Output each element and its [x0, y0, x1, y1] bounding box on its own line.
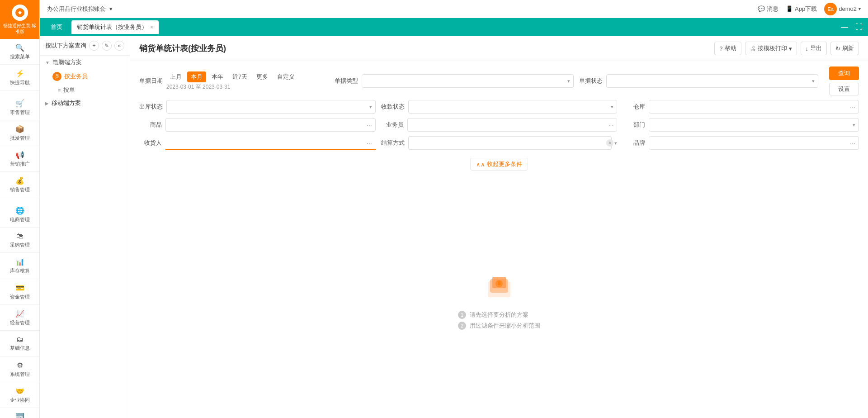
sidebar-item-inventory[interactable]: 📊 库存核算 — [0, 253, 39, 279]
salesperson-input[interactable] — [407, 118, 618, 132]
avatar-text: Ea — [828, 6, 834, 12]
tab-home[interactable]: 首页 — [43, 20, 70, 34]
tree-sub-item-order-label: 按单 — [63, 86, 75, 94]
sidebar-item-marketing[interactable]: 📢 营销推广 — [0, 146, 39, 172]
content-wrapper: 按以下方案查询 + ✎ « ▼ 电脑端方案 员 — [40, 36, 868, 418]
warehouse-label: 仓库 — [623, 103, 645, 111]
recipient-input[interactable] — [165, 136, 376, 150]
tab-expand-btn[interactable]: ⛶ — [854, 21, 864, 33]
order-status-arrow: ▾ — [812, 78, 815, 84]
export-label: 导出 — [810, 44, 822, 52]
outstock-arrow: ▾ — [369, 104, 372, 110]
salesperson-dots[interactable]: ··· — [609, 121, 614, 128]
tree-sub-item-order[interactable]: ≡ 按单 — [40, 84, 130, 96]
filter-recipient-field: 收货人 ··· — [139, 136, 376, 150]
tree-item-mobile[interactable]: ▶ 移动端方案 — [40, 96, 130, 110]
sidebar-item-finance[interactable]: 💳 资金管理 — [0, 279, 39, 305]
product-dots[interactable]: ··· — [367, 121, 372, 128]
sidebar-item-search-menu[interactable]: 🔍 搜索菜单 — [0, 39, 39, 65]
query-btn[interactable]: 查询 — [829, 66, 859, 80]
brand-dots[interactable]: ··· — [850, 139, 855, 147]
export-icon: ↓ — [806, 45, 809, 52]
marketing-icon: 📢 — [15, 151, 24, 159]
company-label: 企业协同 — [10, 397, 30, 403]
refresh-btn[interactable]: ↻ 刷新 — [830, 42, 859, 55]
sidebar-item-quick-nav[interactable]: ⚡ 快捷导航 — [0, 65, 39, 90]
period-more-btn[interactable]: 更多 — [253, 71, 272, 82]
period-custom-btn[interactable]: 自定义 — [274, 71, 298, 82]
add-scheme-btn[interactable]: + — [89, 41, 99, 51]
active-tab-label: 销货单统计表（按业务员） — [77, 23, 147, 31]
period-this-year-btn[interactable]: 本年 — [208, 71, 227, 82]
template-print-btn[interactable]: 🖨 按模板打印 ▾ — [745, 42, 797, 55]
hint-1-num: 1 — [458, 311, 466, 319]
empty-hint-1: 1 请先选择要分析的方案 — [458, 311, 540, 319]
edit-scheme-btn[interactable]: ✎ — [102, 41, 112, 51]
sidebar-item-company[interactable]: 🤝 企业协同 — [0, 382, 39, 408]
recipient-dots[interactable]: ··· — [367, 139, 372, 147]
edit-icon: ✎ — [104, 43, 109, 49]
ecommerce-label: 电商管理 — [10, 216, 30, 223]
app-download-btn[interactable]: 📱 App下载 — [786, 5, 817, 13]
payment-input[interactable] — [408, 100, 618, 114]
print-dropdown-arrow: ▾ — [789, 45, 792, 52]
quick-nav-label: 快捷导航 — [10, 79, 30, 86]
sidebar-item-retail[interactable]: 🛒 零售管理 — [0, 95, 39, 120]
operations-label: 经营管理 — [10, 319, 30, 326]
sidebar-item-guide[interactable]: 🆕 新手引导 — [0, 408, 39, 418]
product-input[interactable] — [165, 118, 376, 132]
tab-close-btn[interactable]: × — [150, 24, 153, 30]
left-panel-actions: + ✎ « — [89, 41, 124, 51]
salesperson-label: 业务员 — [381, 121, 404, 129]
collapse-icon: « — [118, 43, 121, 49]
order-status-input[interactable] — [606, 74, 818, 88]
period-this-month-btn[interactable]: 本月 — [187, 71, 206, 82]
collapse-panel-btn[interactable]: « — [114, 41, 124, 51]
salesperson-control: ··· — [407, 118, 618, 132]
logo-area: 畅捷通好生意 标准版 — [0, 0, 39, 39]
order-status-label: 单据状态 — [579, 77, 603, 85]
collapse-btn[interactable]: ∧∧ 收起更多条件 — [470, 158, 528, 171]
empty-illustration — [481, 268, 517, 305]
print-icon: 🖨 — [750, 45, 756, 52]
settlement-clear-btn[interactable]: × — [606, 139, 613, 147]
inventory-label: 库存核算 — [10, 267, 30, 274]
sidebar-item-operations[interactable]: 📈 经营管理 — [0, 305, 39, 331]
warehouse-input[interactable] — [649, 100, 859, 114]
sidebar-item-sales[interactable]: 💰 销售管理 — [0, 172, 39, 198]
department-input[interactable] — [649, 118, 859, 132]
period-recent7-btn[interactable]: 近7天 — [229, 71, 251, 82]
nav-dropdown-arrow[interactable]: ▾ — [109, 5, 113, 12]
sidebar-item-ecommerce[interactable]: 🌐 电商管理 — [0, 202, 39, 228]
user-area[interactable]: Ea demo2 ▾ — [824, 3, 861, 15]
outstock-input[interactable] — [166, 100, 376, 114]
refresh-icon: ↻ — [835, 45, 840, 52]
left-panel-header: 按以下方案查询 + ✎ « — [40, 36, 130, 56]
messages-btn[interactable]: 💬 消息 — [758, 5, 778, 13]
help-btn[interactable]: ? 帮助 — [714, 42, 741, 55]
product-control: ··· — [165, 118, 376, 132]
sales-icon: 💰 — [15, 176, 24, 185]
sidebar-item-basic[interactable]: 🗂 基础信息 — [0, 331, 39, 356]
order-type-input[interactable] — [362, 74, 574, 88]
sidebar-item-purchase[interactable]: 🛍 采购管理 — [0, 228, 39, 253]
tree-section-pc[interactable]: ▼ 电脑端方案 — [40, 56, 130, 69]
settlement-input[interactable] — [408, 136, 612, 150]
tab-minimize-btn[interactable]: — — [839, 21, 850, 33]
warehouse-dots[interactable]: ··· — [850, 103, 855, 110]
messages-label: 消息 — [767, 5, 778, 13]
sidebar-item-wholesale[interactable]: 📦 批发管理 — [0, 120, 39, 146]
sidebar-item-system[interactable]: ⚙ 系统管理 — [0, 356, 39, 382]
tree-item-salesperson[interactable]: 员 按业务员 — [40, 69, 130, 84]
refresh-label: 刷新 — [842, 44, 854, 52]
quick-nav-icon: ⚡ — [15, 69, 24, 78]
period-last-month-btn[interactable]: 上月 — [166, 71, 185, 82]
tab-active[interactable]: 销货单统计表（按业务员） × — [71, 20, 159, 34]
brand-input[interactable] — [649, 136, 859, 150]
settlement-control: × ▾ — [408, 136, 618, 150]
company-icon: 🤝 — [15, 387, 24, 395]
settings-btn[interactable]: 设置 — [829, 83, 859, 95]
export-btn[interactable]: ↓ 导出 — [801, 42, 827, 55]
user-name: demo2 — [839, 5, 857, 12]
filter-date-field: 单据日期 上月 本月 本年 近7天 更多 自定义 2023-03-01 至 20… — [139, 71, 329, 91]
